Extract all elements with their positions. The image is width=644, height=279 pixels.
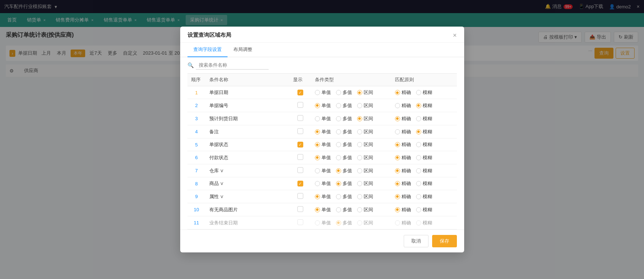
- search-icon: 🔍: [187, 62, 194, 68]
- header-name: 条件名称: [206, 74, 289, 82]
- tab-field-settings[interactable]: 查询字段设置: [187, 43, 228, 57]
- settings-modal: 设置查询区域布局 × 查询字段设置 布局调整 🔍: [180, 27, 464, 82]
- modal-title: 设置查询区域布局: [187, 32, 231, 39]
- fields-table-container: 顺序 条件名称 显示 条件类型 匹配原则 1单据日期单值多值区间精确模糊2单据编…: [180, 73, 464, 82]
- modal-overlay: 设置查询区域布局 × 查询字段设置 布局调整 🔍: [0, 0, 644, 82]
- tab-layout-adjust[interactable]: 布局调整: [228, 43, 258, 57]
- fields-table: 顺序 条件名称 显示 条件类型 匹配原则 1单据日期单值多值区间精确模糊2单据编…: [187, 73, 457, 82]
- modal-search-area: 🔍: [180, 57, 464, 73]
- header-display: 显示: [289, 74, 311, 82]
- modal-tabs: 查询字段设置 布局调整: [180, 43, 464, 57]
- modal-header: 设置查询区域布局 ×: [180, 27, 464, 43]
- modal-body: 🔍 顺序 条件名称 显示 条件类型 匹配原则: [180, 57, 464, 82]
- modal-close-button[interactable]: ×: [453, 32, 457, 39]
- header-type: 条件类型: [311, 74, 391, 82]
- header-match: 匹配原则: [391, 74, 457, 82]
- search-input[interactable]: [196, 61, 269, 70]
- header-order: 顺序: [187, 74, 206, 82]
- table-header-row: 顺序 条件名称 显示 条件类型 匹配原则: [187, 74, 457, 82]
